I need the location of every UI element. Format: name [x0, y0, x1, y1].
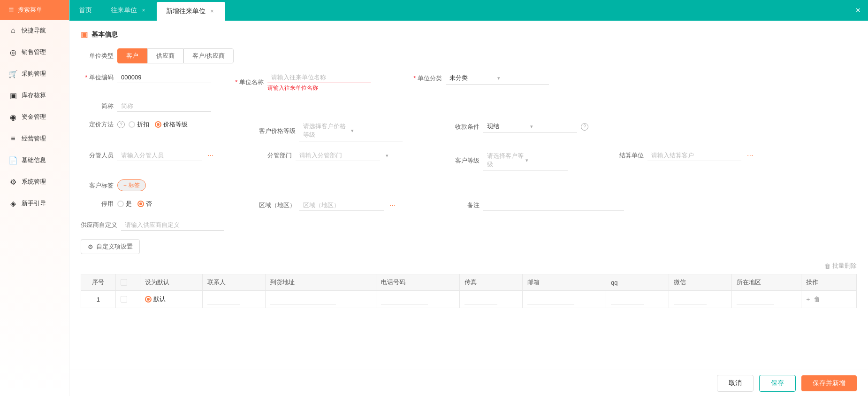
dept-chevron-icon: ▾	[386, 153, 388, 159]
address-input[interactable]	[270, 294, 336, 305]
fax-input[interactable]	[464, 294, 497, 305]
sidebar-label-sales: 销售管理	[22, 48, 46, 56]
guide-icon: ◈	[8, 199, 18, 208]
email-input[interactable]	[527, 294, 574, 305]
settlement-input[interactable]	[647, 150, 741, 161]
tab-partner-close[interactable]: ×	[140, 7, 147, 14]
section-icon: ▣	[81, 30, 88, 39]
save-button[interactable]: 保存	[759, 375, 796, 392]
supplier-custom-input[interactable]	[121, 219, 224, 231]
sidebar-item-operations[interactable]: ≡ 经营管理	[0, 128, 69, 149]
unit-name-label: 单位名称	[231, 78, 264, 86]
sidebar-item-inventory[interactable]: ▣ 库存核算	[0, 85, 69, 106]
pricing-help-icon[interactable]: ?	[117, 121, 125, 128]
pricing-radio-discount[interactable]: 折扣	[129, 120, 149, 129]
qq-input[interactable]	[611, 294, 644, 305]
customer-level-select[interactable]: 请选择客户等级 ▾	[483, 150, 568, 171]
pricing-radio-price-level[interactable]: 价格等级	[155, 120, 188, 129]
disable-field: 停用 是 否	[81, 200, 259, 208]
window-close-button[interactable]: ×	[848, 0, 868, 21]
remark-input[interactable]	[483, 200, 624, 211]
sidebar-items: ⌂ 快捷导航 ◎ 销售管理 🛒 采购管理 ▣ 库存核算 ◉ 资金管理 ≡ 经营管…	[0, 20, 69, 214]
dept-input[interactable]	[296, 150, 380, 161]
tab-new-partner-close[interactable]: ×	[208, 8, 216, 15]
type-btn-both[interactable]: 客户/供应商	[183, 48, 234, 63]
row-default-radio[interactable]: 默认	[145, 295, 197, 303]
sidebar-item-quick-nav[interactable]: ⌂ 快捷导航	[0, 20, 69, 41]
pricing-method-field: 定价方法 ? 折扣 价格等级	[81, 120, 259, 129]
system-icon: ⚙	[8, 177, 18, 186]
sidebar-item-system[interactable]: ⚙ 系统管理	[0, 171, 69, 193]
save-new-button[interactable]: 保存并新增	[801, 375, 857, 391]
customer-level-label: 客户等级	[447, 156, 480, 165]
customer-level-field: 客户等级 请选择客户等级 ▾	[447, 150, 611, 171]
sidebar-item-finance[interactable]: ◉ 资金管理	[0, 106, 69, 128]
contact-input[interactable]	[207, 294, 240, 305]
row-fax	[460, 291, 523, 308]
settlement-more-button[interactable]: ···	[745, 151, 755, 160]
row-delete-button[interactable]: 🗑	[814, 295, 820, 303]
row-region-input[interactable]	[737, 294, 774, 305]
customer-price-level-select[interactable]: 请选择客户价格等级 ▾	[299, 120, 403, 141]
tab-home[interactable]: 首页	[69, 0, 101, 21]
sidebar-item-guide[interactable]: ◈ 新手引导	[0, 193, 69, 214]
payment-terms-select[interactable]: 现结 ▾	[483, 120, 577, 133]
header-checkbox[interactable]	[121, 279, 127, 286]
phone-input[interactable]	[381, 294, 428, 305]
sidebar-label-finance: 资金管理	[22, 113, 46, 121]
type-btn-customer[interactable]: 客户	[117, 48, 147, 63]
search-menu-button[interactable]: ☰ 搜索菜单	[0, 0, 69, 20]
cancel-button[interactable]: 取消	[717, 375, 754, 392]
unit-type-row: 单位类型 客户 供应商 客户/供应商	[81, 48, 857, 63]
col-seq: 序号	[81, 274, 116, 291]
tab-partner-label: 往来单位	[111, 6, 137, 15]
supplier-custom-label: 供应商自定义	[81, 221, 117, 229]
row-action-buttons: + 🗑	[806, 295, 852, 303]
tag-btn-label: 标签	[129, 181, 140, 189]
row-qq	[606, 291, 669, 308]
col-address: 到货地址	[265, 274, 376, 291]
type-btn-supplier[interactable]: 供应商	[147, 48, 183, 63]
custom-settings-button[interactable]: ⚙ 自定义项设置	[81, 239, 140, 254]
custom-settings-label: 自定义项设置	[96, 242, 133, 251]
sidebar-item-basic-info[interactable]: 📄 基础信息	[0, 149, 69, 171]
disable-radio-no[interactable]: 否	[137, 200, 152, 208]
tab-new-partner[interactable]: 新增往来单位 ×	[157, 2, 225, 21]
tab-partner[interactable]: 往来单位 ×	[101, 0, 157, 21]
region-more-button[interactable]: ···	[388, 201, 397, 210]
abbr-input[interactable]	[117, 101, 211, 112]
unit-category-select[interactable]: 未分类 ▾	[446, 72, 549, 85]
basic-info-icon: 📄	[8, 155, 18, 165]
supervisor-input[interactable]	[117, 150, 202, 161]
main-area: 首页 往来单位 × 新增往来单位 × × ▣ 基本信息 单位类型 客户 供应商	[69, 0, 868, 396]
unit-category-label: 单位分类	[409, 74, 442, 83]
unit-type-field: 单位类型 客户 供应商 客户/供应商	[81, 48, 857, 63]
wechat-input[interactable]	[674, 294, 707, 305]
tab-bar: 首页 往来单位 × 新增往来单位 × ×	[69, 0, 868, 21]
table-header-row: 序号 设为默认 联系人 到货地址 电话号码 传真 邮箱 qq 微信 所在地区	[81, 274, 857, 291]
customer-price-level-placeholder: 请选择客户价格等级	[303, 122, 351, 139]
finance-icon: ◉	[8, 112, 18, 122]
region-input[interactable]	[299, 200, 384, 211]
radio-discount-circle	[129, 121, 135, 128]
row-checkbox[interactable]	[121, 296, 127, 303]
section-basic-info: ▣ 基本信息	[81, 30, 857, 39]
add-tag-button[interactable]: + 标签	[117, 179, 146, 191]
disable-radio-yes[interactable]: 是	[117, 200, 132, 208]
supervisor-more-button[interactable]: ···	[206, 151, 215, 160]
unit-name-input[interactable]	[267, 72, 371, 83]
col-fax: 传真	[460, 274, 523, 291]
batch-delete-label[interactable]: 批量删除	[832, 262, 857, 270]
sidebar-item-sales[interactable]: ◎ 销售管理	[0, 41, 69, 63]
payment-help-icon[interactable]: ?	[581, 123, 588, 131]
row-add-button[interactable]: +	[806, 295, 810, 303]
pricing-method-label: 定价方法	[81, 120, 114, 129]
payment-terms-label: 收款条件	[447, 123, 480, 131]
sidebar-item-purchase[interactable]: 🛒 采购管理	[0, 63, 69, 85]
row-seq: 1	[81, 291, 116, 308]
col-checkbox	[115, 274, 140, 291]
chevron-down-icon-4: ▾	[525, 157, 564, 163]
disable-radio-group: 是 否	[117, 200, 152, 208]
search-icon: ☰	[8, 7, 14, 14]
unit-code-input[interactable]	[117, 72, 211, 83]
